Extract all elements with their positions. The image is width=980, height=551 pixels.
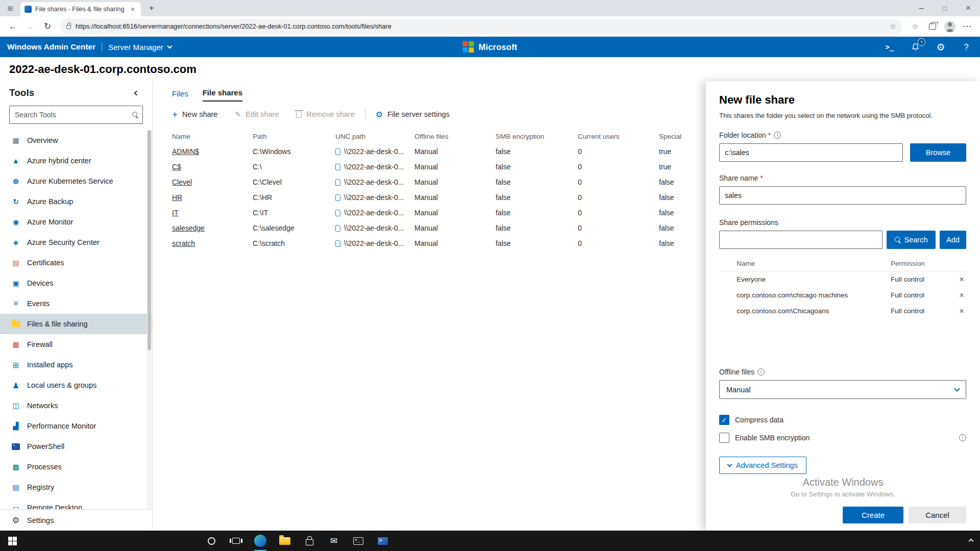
new-tab-button[interactable] xyxy=(145,2,158,15)
show-hidden-icons-button[interactable] xyxy=(969,531,973,551)
table-row[interactable]: scratch C:\scratch \\2022-ae-desk-0... M… xyxy=(172,236,706,251)
column-header[interactable]: SMB encryption xyxy=(496,133,578,140)
tab-files[interactable]: Files xyxy=(172,89,188,102)
folder-location-input[interactable] xyxy=(719,143,903,162)
table-row[interactable]: Clevel C:\Clevel \\2022-ae-desk-0... Man… xyxy=(172,174,706,190)
remove-permission-icon[interactable] xyxy=(957,291,966,300)
sidebar-item-settings[interactable]: Settings xyxy=(0,509,152,531)
table-row[interactable]: HR C:\HR \\2022-ae-desk-0... Manual fals… xyxy=(172,190,706,205)
sidebar-item-installed-apps[interactable]: Installed apps xyxy=(0,355,152,375)
sidebar-item-remote-desktop[interactable]: Remote Desktop xyxy=(0,497,152,509)
column-header[interactable]: Offline files xyxy=(414,133,496,140)
permissions-search-button[interactable]: Search xyxy=(887,231,936,249)
column-header[interactable]: Name xyxy=(172,133,253,140)
favorites-icon[interactable] xyxy=(912,22,918,31)
browser-tab[interactable]: File shares - Files & file sharing xyxy=(20,2,141,16)
sidebar-item-azure-hybrid-center[interactable]: Azure hybrid center xyxy=(0,151,152,171)
share-name-link[interactable]: C$ xyxy=(172,163,181,171)
edit-share-button[interactable]: Edit share xyxy=(235,110,279,118)
permissions-add-button[interactable]: Add xyxy=(940,231,966,249)
remove-permission-icon[interactable] xyxy=(957,307,966,316)
module-switcher[interactable]: Server Manager xyxy=(108,43,172,52)
notifications-bell-icon[interactable]: ? xyxy=(909,40,922,54)
help-icon[interactable]: ? xyxy=(960,40,973,54)
sidebar-item-azure-security-center[interactable]: Azure Security Center xyxy=(0,232,152,253)
smb-encryption-checkbox[interactable] xyxy=(719,433,729,443)
url-text[interactable]: https://localhost:6516/servermanager/con… xyxy=(76,22,885,30)
remove-permission-icon[interactable] xyxy=(957,275,966,284)
table-row[interactable]: salesedge C:\salesedge \\2022-ae-desk-0.… xyxy=(172,220,706,236)
new-share-button[interactable]: New share xyxy=(172,110,217,119)
sidebar-item-azure-kubernetes[interactable]: Azure Kubernetes Service xyxy=(0,171,152,191)
sidebar-item-devices[interactable]: Devices xyxy=(0,273,152,293)
share-name-link[interactable]: HR xyxy=(172,193,182,202)
window-close-button[interactable] xyxy=(957,0,980,16)
sidebar-item-firewall[interactable]: Firewall xyxy=(0,334,152,355)
share-name-link[interactable]: scratch xyxy=(172,239,195,247)
profile-avatar[interactable] xyxy=(944,21,955,32)
sidebar-item-performance-monitor[interactable]: Performance Monitor xyxy=(0,416,152,436)
window-minimize-button[interactable] xyxy=(910,0,933,16)
tools-search-box[interactable] xyxy=(9,106,143,124)
permissions-search-input[interactable] xyxy=(719,231,883,249)
browser-menu-icon[interactable] xyxy=(963,21,972,32)
sidebar-scrollbar[interactable] xyxy=(147,130,152,509)
taskbar-file-explorer-button[interactable] xyxy=(273,531,297,551)
app-title[interactable]: Windows Admin Center xyxy=(7,42,95,52)
sidebar-item-networks[interactable]: Networks xyxy=(0,395,152,416)
sidebar-item-azure-backup[interactable]: Azure Backup xyxy=(0,191,152,212)
sidebar-item-registry[interactable]: Registry xyxy=(0,477,152,497)
window-maximize-button[interactable] xyxy=(933,0,957,16)
scrollbar-thumb[interactable] xyxy=(148,130,151,350)
taskbar-store-button[interactable] xyxy=(297,531,322,551)
table-row[interactable]: IT C:\IT \\2022-ae-desk-0... Manual fals… xyxy=(172,205,706,220)
taskbar-search-button[interactable] xyxy=(199,531,224,551)
start-button[interactable] xyxy=(0,531,24,551)
column-header[interactable]: Current users xyxy=(578,133,659,140)
table-row[interactable]: ADMIN$ C:\Windows \\2022-ae-desk-0... Ma… xyxy=(172,144,706,159)
share-name-input[interactable] xyxy=(719,186,966,205)
tab-file-shares[interactable]: File shares xyxy=(203,88,242,102)
sidebar-item-local-users-groups[interactable]: Local users & groups xyxy=(0,375,152,395)
tab-actions-menu-icon[interactable] xyxy=(4,2,16,14)
share-name-link[interactable]: ADMIN$ xyxy=(172,147,199,156)
collections-icon[interactable] xyxy=(929,23,936,30)
column-header[interactable]: UNC path xyxy=(335,133,414,140)
create-button[interactable]: Create xyxy=(843,507,903,523)
cancel-button[interactable]: Cancel xyxy=(909,507,966,523)
info-icon[interactable] xyxy=(774,132,781,139)
tab-close-icon[interactable] xyxy=(129,5,137,13)
search-icon[interactable] xyxy=(132,112,138,118)
sidebar-item-azure-monitor[interactable]: Azure Monitor xyxy=(0,212,152,232)
column-header[interactable]: Path xyxy=(253,133,335,140)
powershell-console-icon[interactable]: >_ xyxy=(883,40,896,54)
search-input[interactable] xyxy=(15,111,132,119)
sidebar-item-powershell[interactable]: PowerShell xyxy=(0,436,152,457)
offline-files-dropdown[interactable]: Manual xyxy=(719,380,966,399)
table-row[interactable]: C$ C:\ \\2022-ae-desk-0... Manual false … xyxy=(172,159,706,174)
taskbar-command-prompt-button[interactable] xyxy=(346,531,371,551)
settings-gear-icon[interactable] xyxy=(934,40,947,54)
share-name-link[interactable]: IT xyxy=(172,209,178,217)
sidebar-collapse-icon[interactable] xyxy=(131,87,142,98)
add-favorite-star-icon[interactable] xyxy=(890,22,896,31)
address-bar[interactable]: https://localhost:6516/servermanager/con… xyxy=(60,19,902,34)
sidebar-item-events[interactable]: Events xyxy=(0,293,152,314)
taskbar-edge-button[interactable] xyxy=(248,531,273,551)
taskbar-mail-button[interactable] xyxy=(322,531,346,551)
sidebar-item-files-file-sharing[interactable]: Files & file sharing xyxy=(0,314,152,334)
share-name-link[interactable]: Clevel xyxy=(172,178,192,186)
sidebar-item-processes[interactable]: Processes xyxy=(0,457,152,477)
remove-share-button[interactable]: Remove share xyxy=(296,110,354,118)
refresh-icon[interactable] xyxy=(40,19,55,34)
column-header[interactable]: Special xyxy=(659,133,706,140)
advanced-settings-button[interactable]: Advanced Settings xyxy=(719,457,806,474)
taskbar-powershell-button[interactable] xyxy=(371,531,395,551)
info-icon[interactable] xyxy=(757,368,765,375)
compress-data-checkbox[interactable] xyxy=(719,415,729,425)
back-icon[interactable] xyxy=(5,19,20,34)
browse-button[interactable]: Browse xyxy=(910,143,966,162)
forward-icon[interactable] xyxy=(22,19,38,34)
task-view-button[interactable] xyxy=(224,531,248,551)
site-security-lock-icon[interactable] xyxy=(66,25,71,29)
